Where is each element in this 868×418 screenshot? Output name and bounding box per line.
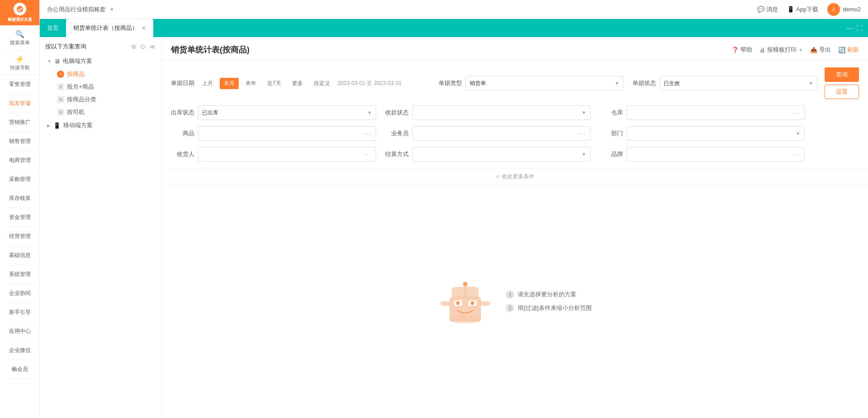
print-dropdown-icon: ▼: [798, 48, 803, 52]
form-btn-group: 查询 设置: [825, 67, 859, 99]
tab-minimize-icon[interactable]: —: [846, 24, 853, 32]
date-tab-this-year[interactable]: 本年: [241, 78, 260, 89]
date-tab-this-month[interactable]: 本月: [220, 78, 239, 89]
export-btn[interactable]: 📤 导出: [810, 46, 831, 54]
sidebar-item-enterprise[interactable]: 企业协同: [7, 284, 33, 303]
breadcrumb-dropdown-icon[interactable]: ▼: [109, 7, 114, 12]
sidebar-item-retail[interactable]: 零售管理▲: [7, 75, 33, 94]
user-profile-action[interactable]: 人 demo2: [827, 3, 861, 16]
filter-child-by-product[interactable]: •按商品: [43, 68, 158, 81]
sidebar-item-sales[interactable]: 销售管理: [7, 132, 33, 151]
refresh-label: 刷新: [847, 46, 859, 54]
filter-child-by-category[interactable]: 回按商品分类: [43, 93, 158, 106]
app-download-action[interactable]: 📱 App下载: [787, 5, 818, 14]
department-label: 部门: [599, 129, 623, 138]
tab-close-icon[interactable]: ✕: [142, 25, 146, 31]
tab-sales-stat[interactable]: 销货单统计表（按商品） ✕: [66, 19, 153, 37]
brand-label: 品牌: [599, 150, 623, 158]
message-icon: 💬: [757, 6, 764, 13]
empty-tip-2: 2 用[过滤]条件来缩小分析范围: [506, 304, 591, 312]
print-template-btn[interactable]: 🖨 按模板打印 ▼: [760, 46, 803, 54]
sidebar-item-appCenter[interactable]: 应用中心: [7, 322, 33, 341]
sidebar-item-arrow-wholesale: ▲: [26, 101, 31, 106]
goods-dots: ···: [364, 130, 372, 137]
sidebar-quicknav-label: 快捷导航: [4, 64, 36, 71]
date-row: 上月 本月 本年 近7天 更多 自定义 2023-03-01 至 2023-03…: [198, 78, 429, 89]
department-select[interactable]: ▼: [627, 126, 805, 141]
receipt-status-select[interactable]: ▼: [412, 105, 590, 120]
doc-type-select[interactable]: 销货单 ▼: [466, 76, 623, 90]
app-logo: 畅捷通好生意: [0, 0, 40, 25]
settings-scheme-icon[interactable]: ⊙: [140, 43, 146, 50]
sidebar-item-operations[interactable]: 经营管理: [7, 227, 33, 246]
query-form: 单据日期 上月 本月 本年 近7天 更多 自定义 2023-03-01 至 20…: [162, 60, 868, 169]
doc-type-value: 销货单: [470, 80, 486, 87]
sidebar-item-arrow-retail: ▲: [26, 82, 31, 87]
settlement-select[interactable]: ▼: [412, 147, 590, 162]
recipient-select[interactable]: ···: [198, 147, 376, 162]
tab-sales-stat-label: 销货单统计表（按商品）: [73, 24, 138, 32]
sidebar-item-ecommerce[interactable]: 电商管理: [7, 151, 33, 170]
empty-tip-1-text: 请先选择要分析的方案: [518, 290, 576, 299]
sidebar-quicknav[interactable]: ⚡ 快捷导航: [0, 51, 39, 75]
sidebar-item-system[interactable]: 系统管理: [7, 265, 33, 284]
out-status-value: 已出库: [202, 109, 218, 117]
doc-status-field: 单据状态 已生效 ▼: [632, 76, 817, 90]
filter-child-label-by-month-product: 按月+商品: [67, 83, 94, 91]
warehouse-select[interactable]: ···: [627, 105, 805, 120]
filter-child-by-unit[interactable]: 设按司机: [43, 106, 158, 119]
svg-rect-9: [452, 287, 479, 298]
warehouse-label: 仓库: [599, 109, 623, 117]
date-tab-more[interactable]: 更多: [288, 78, 307, 89]
sidebar-item-marketing[interactable]: 营销推广: [7, 113, 33, 132]
date-tab-7days[interactable]: 近7天: [263, 78, 285, 89]
help-btn[interactable]: ❓ 帮助: [731, 46, 752, 54]
empty-state-inner: 1 请先选择要分析的方案 2 用[过滤]条件来缩小分析范围: [438, 274, 591, 328]
form-row-1: 单据日期 上月 本月 本年 近7天 更多 自定义 2023-03-01 至 20…: [171, 67, 859, 99]
username-label: demo2: [843, 6, 861, 13]
filter-tree-parent-pc[interactable]: ▼ 🖥 电脑端方案: [43, 54, 158, 68]
svg-rect-11: [480, 301, 490, 306]
sidebar-item-purchase[interactable]: 采购管理: [7, 170, 33, 189]
salesperson-select[interactable]: ···: [412, 126, 590, 141]
sidebar-search[interactable]: 🔍 搜索菜单: [0, 25, 39, 51]
sidebar-item-inventory[interactable]: 库存核算: [7, 189, 33, 208]
out-status-label: 出库状态: [171, 109, 194, 117]
collapse-panel-icon[interactable]: ≪: [149, 43, 156, 50]
refresh-btn[interactable]: 🔄 刷新: [838, 46, 859, 54]
tab-maximize-icon[interactable]: ⛶: [856, 24, 863, 32]
salesperson-label: 业务员: [385, 129, 409, 138]
collapse-bar[interactable]: ∧ 收起更多条件: [162, 169, 868, 185]
settings-button[interactable]: 设置: [825, 85, 859, 99]
sidebar-item-newbie[interactable]: 新手引导: [7, 303, 33, 322]
filter-panel-header: 按以下方案查询 ⊕ ⊙ ≪: [40, 43, 161, 54]
filter-child-by-month-product[interactable]: 月按月+商品: [43, 81, 158, 93]
doc-status-label: 单据状态: [632, 79, 656, 87]
filter-child-icon-by-unit: 设: [57, 109, 64, 116]
form-row-4: 收货人 ··· 结算方式 ▼ 品牌: [171, 147, 859, 162]
add-scheme-icon[interactable]: ⊕: [131, 43, 137, 50]
tip-num-2: 2: [506, 304, 514, 312]
tab-home[interactable]: 首页: [40, 19, 66, 37]
date-tab-custom[interactable]: 自定义: [310, 78, 334, 89]
query-button[interactable]: 查询: [825, 67, 859, 82]
out-status-select[interactable]: 已出库 ▼: [198, 105, 376, 120]
svg-rect-10: [440, 301, 450, 306]
doc-status-select[interactable]: 已生效 ▼: [660, 76, 817, 90]
brand-select[interactable]: ···: [627, 147, 805, 162]
empty-tip-1: 1 请先选择要分析的方案: [506, 290, 591, 299]
tip-num-1: 1: [506, 290, 514, 299]
message-action[interactable]: 💬 消息: [757, 5, 778, 14]
svg-point-8: [463, 282, 467, 286]
mobile-group-icon: 📱: [53, 122, 61, 129]
warehouse-field: 仓库 ···: [599, 105, 805, 120]
sidebar-item-wechat[interactable]: 企业微信: [7, 341, 33, 360]
filter-tree-parent-mobile[interactable]: ▶ 📱 移动端方案: [43, 119, 158, 132]
date-tab-last-month[interactable]: 上月: [198, 78, 217, 89]
goods-select[interactable]: ···: [198, 126, 376, 141]
sidebar-item-wholesale[interactable]: 批发管理▲: [7, 94, 33, 113]
sidebar-item-finance[interactable]: 资金管理: [7, 208, 33, 227]
sidebar-item-member[interactable]: 畅会员: [7, 360, 33, 379]
sidebar-item-basic[interactable]: 基础信息: [7, 246, 33, 265]
out-status-field: 出库状态 已出库 ▼: [171, 105, 376, 120]
